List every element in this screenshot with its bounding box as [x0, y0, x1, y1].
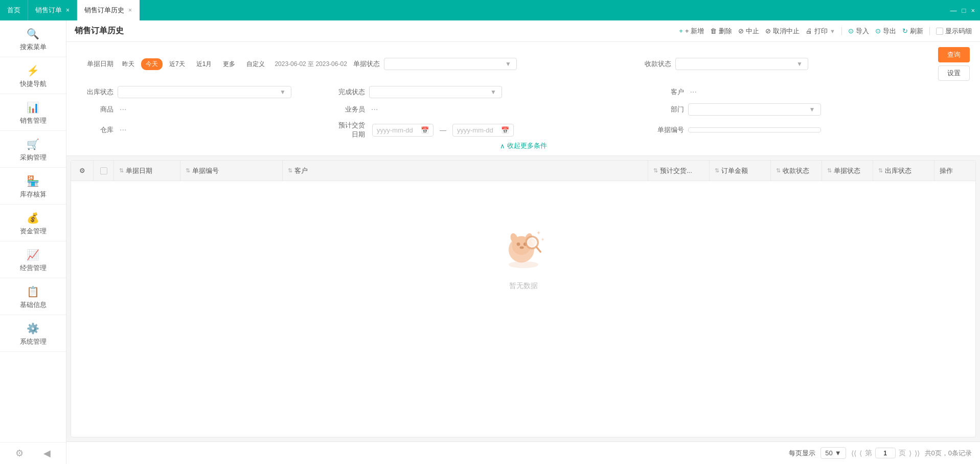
page-header: 销售订单历史 + + 新增 🗑 删除 ⊘ 中止 ⊘ 取消中止: [66, 20, 980, 42]
order-no-input[interactable]: [688, 127, 821, 132]
date-btn-yesterday[interactable]: 昨天: [118, 58, 139, 70]
th-out-status[interactable]: ⇅ 出库状态: [873, 161, 935, 181]
th-customer[interactable]: ⇅ 客户: [283, 161, 648, 181]
tab-sales-order-history-close[interactable]: ×: [128, 7, 132, 14]
th-order-no[interactable]: ⇅ 单据编号: [180, 161, 283, 181]
department-select[interactable]: ▼: [688, 103, 821, 116]
th-delivery-label: 预计交货...: [660, 166, 692, 175]
th-order-no-label: 单据编号: [192, 166, 219, 175]
setting-button[interactable]: 设置: [938, 65, 970, 81]
tab-sales-order[interactable]: 销售订单 ×: [28, 0, 77, 20]
date-btn-last7[interactable]: 近7天: [165, 58, 190, 70]
sidebar-item-operations-mgmt[interactable]: 📈 经营管理: [0, 241, 66, 278]
customer-dots[interactable]: ···: [688, 87, 699, 97]
sidebar-item-search-menu-label: 搜索菜单: [20, 42, 47, 52]
date-btn-today[interactable]: 今天: [141, 58, 163, 70]
sidebar-item-capital-mgmt-label: 资金管理: [20, 227, 47, 236]
th-amount[interactable]: ⇅ 订单金额: [710, 161, 771, 181]
cancel-stop-icon: ⊘: [765, 27, 771, 35]
new-button[interactable]: + + 新增: [679, 27, 704, 36]
minimize-btn[interactable]: —: [950, 7, 957, 14]
export-icon: ⊙: [875, 27, 881, 35]
th-checkbox[interactable]: [94, 161, 114, 181]
th-gear[interactable]: ⚙: [71, 161, 94, 181]
complete-status-select[interactable]: ▼: [369, 86, 502, 98]
tab-home[interactable]: 首页: [0, 0, 28, 20]
action-buttons: 查询 设置: [938, 47, 970, 81]
payment-status-label: 收款状态: [639, 59, 675, 69]
first-page-btn[interactable]: ⟨⟨: [851, 449, 856, 457]
sidebar-settings-icon[interactable]: ⚙: [15, 448, 24, 459]
delete-icon: 🗑: [710, 27, 717, 35]
sidebar-item-system-mgmt[interactable]: ⚙️ 系统管理: [0, 315, 66, 352]
display-toggle[interactable]: 显示码细: [936, 27, 972, 36]
customer-label: 客户: [651, 87, 688, 97]
collapse-button[interactable]: ∧ 收起更多条件: [77, 139, 970, 150]
stop-button[interactable]: ⊘ 中止: [738, 27, 759, 36]
tab-sales-order-history[interactable]: 销售订单历史 ×: [77, 0, 140, 20]
goods-label: 商品: [77, 105, 118, 114]
th-payment-status[interactable]: ⇅ 收款状态: [771, 161, 822, 181]
query-button[interactable]: 查询: [938, 47, 970, 62]
table-area: ⚙ ⇅ 单据日期 ⇅ 单据编号 ⇅ 客户 ⇅: [71, 160, 976, 437]
header-checkbox[interactable]: [100, 167, 107, 174]
cancel-stop-label: 取消中止: [773, 27, 800, 36]
filter-row-1: 单据日期 昨天 今天 近7天 近1月 更多 自定义 2023-06-02 至 2…: [77, 47, 970, 81]
next-page-btn[interactable]: ⟩: [909, 449, 911, 457]
sidebar-item-capital-mgmt[interactable]: 💰 资金管理: [0, 205, 66, 241]
page-input[interactable]: [875, 448, 896, 458]
maximize-btn[interactable]: □: [962, 7, 966, 14]
sidebar-item-quick-nav[interactable]: ⚡ 快捷导航: [0, 57, 66, 94]
cancel-stop-button[interactable]: ⊘ 取消中止: [765, 27, 800, 36]
payment-status-select[interactable]: ▼: [675, 58, 808, 70]
sidebar-item-sales-mgmt[interactable]: 📊 销售管理: [0, 94, 66, 131]
display-toggle-label: 显示码细: [945, 27, 972, 36]
import-label: 导入: [856, 27, 869, 36]
warehouse-label: 仓库: [77, 125, 118, 135]
delivery-date-end[interactable]: yyyy-mm-dd 📅: [452, 124, 514, 137]
date-btn-last-month[interactable]: 近1月: [192, 58, 217, 70]
toolbar-divider-2: [929, 27, 930, 35]
sidebar-item-purchase-mgmt-label: 采购管理: [20, 153, 47, 162]
page-title: 销售订单历史: [75, 26, 124, 36]
sidebar-item-inventory-calc[interactable]: 🏪 库存核算: [0, 168, 66, 205]
sort-customer-icon: ⇅: [288, 167, 292, 174]
content-area: 销售订单历史 + + 新增 🗑 删除 ⊘ 中止 ⊘ 取消中止: [66, 20, 980, 464]
th-order-status-label: 单据状态: [834, 166, 860, 175]
department-label: 部门: [651, 105, 688, 114]
sidebar-collapse-icon[interactable]: ◀: [43, 448, 51, 459]
delivery-date-end-placeholder: yyyy-mm-dd: [457, 126, 493, 134]
import-button[interactable]: ⊙ 导入: [848, 27, 869, 36]
th-payment-status-label: 收款状态: [783, 166, 809, 175]
sidebar-item-inventory-calc-label: 库存核算: [20, 190, 47, 199]
print-button[interactable]: 🖨 打印 ▼: [806, 27, 835, 36]
tab-sales-order-close[interactable]: ×: [66, 7, 70, 14]
delete-button[interactable]: 🗑 删除: [710, 27, 732, 36]
refresh-button[interactable]: ↻ 刷新: [902, 27, 923, 36]
prev-page-btn[interactable]: ⟨: [859, 449, 862, 457]
th-out-status-label: 出库状态: [885, 166, 911, 175]
sidebar-item-purchase-mgmt[interactable]: 🛒 采购管理: [0, 131, 66, 168]
last-page-btn[interactable]: ⟩⟩: [915, 449, 920, 457]
order-status-label: 单据状态: [347, 59, 384, 69]
export-button[interactable]: ⊙ 导出: [875, 27, 896, 36]
goods-dots[interactable]: ···: [118, 105, 128, 114]
page-size-select[interactable]: 50 ▼: [821, 447, 846, 459]
salesperson-dots[interactable]: ···: [369, 105, 380, 114]
order-status-select[interactable]: ▼: [384, 58, 517, 70]
th-order-status[interactable]: ⇅ 单据状态: [822, 161, 873, 181]
th-date[interactable]: ⇅ 单据日期: [114, 161, 180, 181]
page-size-label: 每页显示: [789, 449, 815, 458]
date-btn-more[interactable]: 更多: [218, 58, 240, 70]
out-status-select[interactable]: ▼: [118, 86, 291, 98]
th-delivery[interactable]: ⇅ 预计交货...: [648, 161, 710, 181]
sidebar-item-basic-info[interactable]: 📋 基础信息: [0, 278, 66, 315]
warehouse-dots[interactable]: ···: [118, 125, 128, 135]
sidebar-item-search-menu[interactable]: 🔍 搜索菜单: [0, 20, 66, 57]
new-icon: +: [679, 27, 683, 35]
date-btn-custom[interactable]: 自定义: [242, 58, 269, 70]
display-toggle-checkbox[interactable]: [936, 28, 943, 35]
delivery-date-start[interactable]: yyyy-mm-dd 📅: [372, 124, 434, 137]
collapse-label: 收起更多条件: [507, 141, 547, 150]
close-btn[interactable]: ×: [971, 7, 975, 14]
